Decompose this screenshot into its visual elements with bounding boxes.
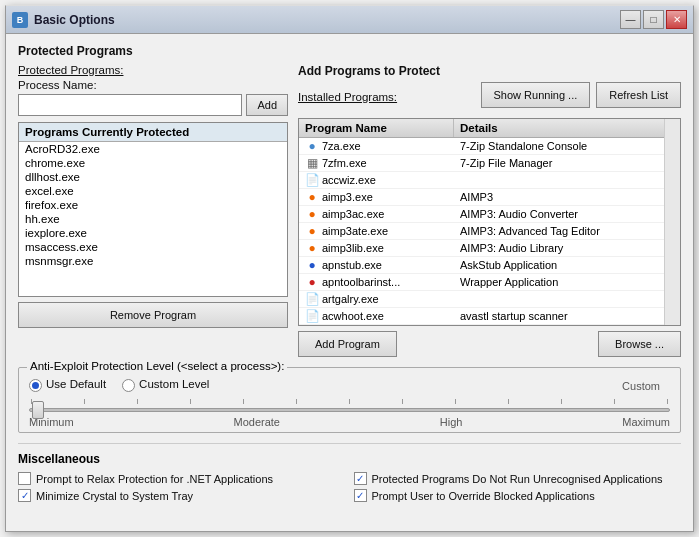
slider-labels: Minimum Moderate High Maximum bbox=[29, 416, 670, 428]
tick-12 bbox=[614, 399, 615, 404]
use-default-option[interactable]: Use Default bbox=[29, 378, 106, 393]
program-details-cell: AIMP3: Audio Converter bbox=[454, 207, 664, 221]
tick-9 bbox=[455, 399, 456, 404]
misc-section: Miscellaneous Prompt to Relax Protection… bbox=[18, 443, 681, 502]
table-row[interactable]: ●apntoolbarinst...Wrapper Application bbox=[299, 274, 664, 291]
program-name-cell: ▦7zfm.exe bbox=[299, 155, 454, 171]
program-name-text: apnstub.exe bbox=[322, 259, 382, 271]
list-item[interactable]: firefox.exe bbox=[19, 198, 287, 212]
checkbox-label: Prompt User to Override Blocked Applicat… bbox=[372, 490, 595, 502]
checkbox-label: Protected Programs Do Not Run Unrecognis… bbox=[372, 473, 663, 485]
programs-table: Program Name Details ●7za.exe7-Zip Stand… bbox=[298, 118, 681, 326]
program-icon: ● bbox=[305, 275, 319, 289]
checkbox-row: Prompt to Relax Protection for .NET Appl… bbox=[18, 472, 346, 485]
checkbox-row: Minimize Crystal to System Tray bbox=[18, 489, 346, 502]
list-item[interactable]: dllhost.exe bbox=[19, 170, 287, 184]
program-name-text: 7za.exe bbox=[322, 140, 361, 152]
list-item[interactable]: hh.exe bbox=[19, 212, 287, 226]
add-program-button[interactable]: Add Program bbox=[298, 331, 397, 357]
protected-programs-title: Protected Programs bbox=[18, 44, 681, 58]
list-item[interactable]: excel.exe bbox=[19, 184, 287, 198]
program-name-cell: ●7za.exe bbox=[299, 138, 454, 154]
custom-level-radio[interactable] bbox=[122, 379, 135, 392]
table-row[interactable]: ●apnstub.exeAskStub Application bbox=[299, 257, 664, 274]
programs-list: AcroRD32.exechrome.exedllhost.exeexcel.e… bbox=[19, 142, 287, 268]
program-name-text: 7zfm.exe bbox=[322, 157, 367, 169]
table-row[interactable]: ●7za.exe7-Zip Standalone Console bbox=[299, 138, 664, 155]
program-details-cell bbox=[454, 179, 664, 181]
list-item[interactable]: msnmsgr.exe bbox=[19, 254, 287, 268]
browse-button[interactable]: Browse ... bbox=[598, 331, 681, 357]
program-details-cell: Wrapper Application bbox=[454, 275, 664, 289]
table-row[interactable]: 📄artgalry.exe bbox=[299, 291, 664, 308]
checkbox[interactable] bbox=[18, 489, 31, 502]
programs-listbox[interactable]: Programs Currently Protected AcroRD32.ex… bbox=[18, 122, 288, 297]
list-item[interactable]: iexplore.exe bbox=[19, 226, 287, 240]
program-name-text: aimp3lib.exe bbox=[322, 242, 384, 254]
title-bar-buttons: — □ ✕ bbox=[620, 10, 687, 29]
program-icon: ▦ bbox=[305, 156, 319, 170]
show-running-button[interactable]: Show Running ... bbox=[481, 82, 591, 108]
program-name-text: acwhoot.exe bbox=[322, 310, 384, 322]
list-item[interactable]: chrome.exe bbox=[19, 156, 287, 170]
slider-label-moderate: Moderate bbox=[233, 416, 279, 428]
program-details-cell: AIMP3 bbox=[454, 190, 664, 204]
program-name-text: aimp3ate.exe bbox=[322, 225, 388, 237]
table-row[interactable]: 📄acwhoot.exeavastl startup scanner bbox=[299, 308, 664, 325]
remove-program-button[interactable]: Remove Program bbox=[18, 302, 288, 328]
program-details-cell: AIMP3: Audio Library bbox=[454, 241, 664, 255]
program-details-cell bbox=[454, 298, 664, 300]
window-icon: B bbox=[12, 12, 28, 28]
table-row[interactable]: ▦7zfm.exe7-Zip File Manager bbox=[299, 155, 664, 172]
table-row[interactable]: ●aimp3.exeAIMP3 bbox=[299, 189, 664, 206]
table-row[interactable]: ●aimp3ac.exeAIMP3: Audio Converter bbox=[299, 206, 664, 223]
minimize-button[interactable]: — bbox=[620, 10, 641, 29]
program-name-text: aimp3.exe bbox=[322, 191, 373, 203]
list-item[interactable]: msaccess.exe bbox=[19, 240, 287, 254]
program-name-cell: 📄accwiz.exe bbox=[299, 172, 454, 188]
table-row[interactable]: ●aimp3ate.exeAIMP3: Advanced Tag Editor bbox=[299, 223, 664, 240]
tick-6 bbox=[296, 399, 297, 404]
protected-programs-label: Protected Programs: bbox=[18, 64, 288, 76]
main-window: B Basic Options — □ ✕ Protected Programs… bbox=[5, 5, 694, 532]
custom-level-option[interactable]: Custom Level bbox=[122, 378, 209, 393]
tick-2 bbox=[84, 399, 85, 404]
checkbox[interactable] bbox=[354, 472, 367, 485]
slider-thumb[interactable] bbox=[32, 401, 44, 419]
program-name-cell: ●aimp3ac.exe bbox=[299, 206, 454, 222]
program-icon: ● bbox=[305, 190, 319, 204]
tick-11 bbox=[561, 399, 562, 404]
refresh-list-button[interactable]: Refresh List bbox=[596, 82, 681, 108]
program-icon: ● bbox=[305, 207, 319, 221]
program-name-text: aimp3ac.exe bbox=[322, 208, 384, 220]
checkbox-row: Prompt User to Override Blocked Applicat… bbox=[354, 489, 682, 502]
program-name-cell: ●aimp3.exe bbox=[299, 189, 454, 205]
scrollbar[interactable] bbox=[664, 119, 680, 325]
program-name-cell: 📄artgalry.exe bbox=[299, 291, 454, 307]
program-details-cell: AIMP3: Advanced Tag Editor bbox=[454, 224, 664, 238]
close-button[interactable]: ✕ bbox=[666, 10, 687, 29]
tick-4 bbox=[190, 399, 191, 404]
anti-exploit-title: Anti-Exploit Protection Level (<select a… bbox=[27, 360, 287, 372]
table-row[interactable]: 📄accwiz.exe bbox=[299, 172, 664, 189]
tick-10 bbox=[508, 399, 509, 404]
add-button[interactable]: Add bbox=[246, 94, 288, 116]
tick-3 bbox=[137, 399, 138, 404]
program-name-cell: 📄acwhoot.exe bbox=[299, 308, 454, 324]
table-row[interactable]: ●aimp3lib.exeAIMP3: Audio Library bbox=[299, 240, 664, 257]
radio-row: Use Default Custom Level Custom bbox=[29, 378, 670, 393]
program-icon: ● bbox=[305, 241, 319, 255]
right-panel: Add Programs to Protect Installed Progra… bbox=[298, 64, 681, 357]
use-default-radio[interactable] bbox=[29, 379, 42, 392]
table-header: Program Name Details bbox=[299, 119, 680, 138]
checkbox[interactable] bbox=[354, 489, 367, 502]
maximize-button[interactable]: □ bbox=[643, 10, 664, 29]
program-details-cell: AskStub Application bbox=[454, 258, 664, 272]
program-name-text: artgalry.exe bbox=[322, 293, 379, 305]
process-name-row: Add bbox=[18, 94, 288, 116]
installed-programs-label: Installed Programs: bbox=[298, 91, 397, 103]
checkbox[interactable] bbox=[18, 472, 31, 485]
program-icon: 📄 bbox=[305, 309, 319, 323]
list-item[interactable]: AcroRD32.exe bbox=[19, 142, 287, 156]
process-name-input[interactable] bbox=[18, 94, 242, 116]
